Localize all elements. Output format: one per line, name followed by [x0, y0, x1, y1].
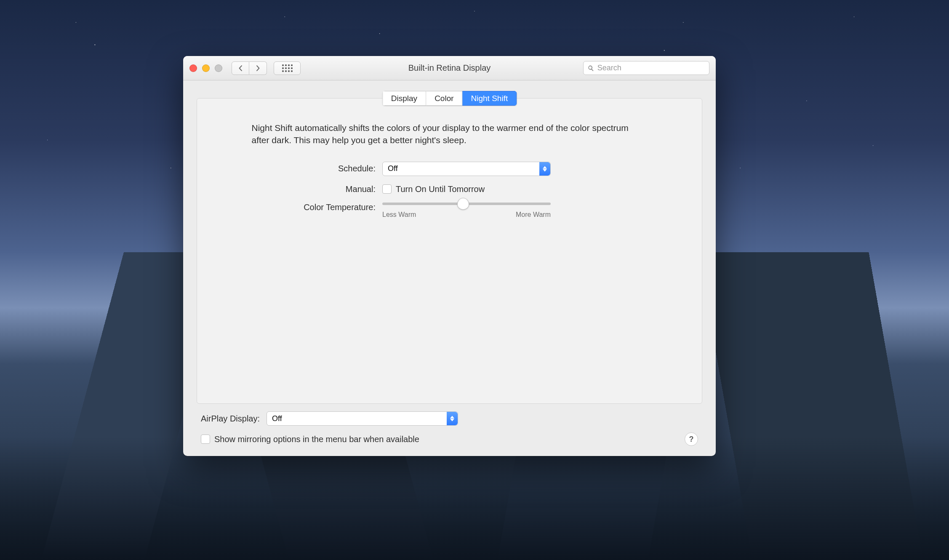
close-button[interactable]: [189, 64, 197, 72]
window-titlebar: Built-in Retina Display: [183, 56, 716, 80]
traffic-lights: [189, 64, 222, 72]
color-temp-slider-container: Less Warm More Warm: [382, 203, 551, 219]
manual-checkbox-label: Turn On Until Tomorrow: [396, 184, 485, 194]
preferences-window: Built-in Retina Display Display Color Ni…: [183, 56, 716, 456]
nav-buttons: [232, 61, 267, 75]
show-all-button[interactable]: [274, 61, 301, 75]
search-field[interactable]: [583, 61, 709, 75]
select-stepper-icon: [539, 162, 550, 176]
chevron-right-icon: [256, 65, 260, 71]
manual-label: Manual:: [222, 184, 382, 194]
select-stepper-icon: [447, 412, 458, 425]
help-button[interactable]: ?: [685, 432, 698, 446]
search-icon: [588, 65, 594, 72]
window-body: Display Color Night Shift Night Shift au…: [183, 80, 716, 456]
airplay-value: Off: [272, 414, 282, 423]
airplay-label: AirPlay Display:: [201, 414, 260, 424]
manual-checkbox[interactable]: [382, 184, 392, 194]
forward-button[interactable]: [249, 61, 267, 75]
airplay-select[interactable]: Off: [267, 411, 458, 426]
back-button[interactable]: [232, 61, 249, 75]
zoom-button[interactable]: [215, 64, 222, 72]
slider-thumb[interactable]: [457, 198, 469, 210]
tab-label: Color: [435, 94, 453, 103]
slider-min-label: Less Warm: [382, 211, 416, 219]
minimize-button[interactable]: [202, 64, 210, 72]
grid-icon: [282, 64, 293, 72]
slider-max-label: More Warm: [516, 211, 551, 219]
search-input[interactable]: [597, 64, 705, 72]
schedule-value: Off: [388, 164, 398, 173]
help-icon: ?: [689, 435, 694, 444]
schedule-label: Schedule:: [222, 164, 382, 173]
schedule-select[interactable]: Off: [382, 162, 551, 176]
night-shift-form: Schedule: Off Manual: Turn On Until Tomo…: [222, 162, 677, 219]
night-shift-description: Night Shift automatically shifts the col…: [252, 122, 648, 147]
settings-card: Display Color Night Shift Night Shift au…: [197, 98, 702, 404]
tab-bar: Display Color Night Shift: [382, 91, 517, 106]
tab-label: Display: [391, 94, 417, 103]
color-temp-slider[interactable]: [382, 203, 551, 205]
color-temp-label: Color Temperature:: [222, 203, 382, 212]
window-footer: AirPlay Display: Off Show mirroring opti…: [197, 404, 702, 448]
mirroring-checkbox[interactable]: [201, 435, 210, 444]
tab-display[interactable]: Display: [382, 91, 426, 106]
tab-night-shift[interactable]: Night Shift: [463, 91, 517, 106]
tab-label: Night Shift: [471, 94, 508, 103]
mirroring-label: Show mirroring options in the menu bar w…: [214, 435, 419, 444]
chevron-left-icon: [238, 65, 243, 71]
tab-color[interactable]: Color: [426, 91, 462, 106]
